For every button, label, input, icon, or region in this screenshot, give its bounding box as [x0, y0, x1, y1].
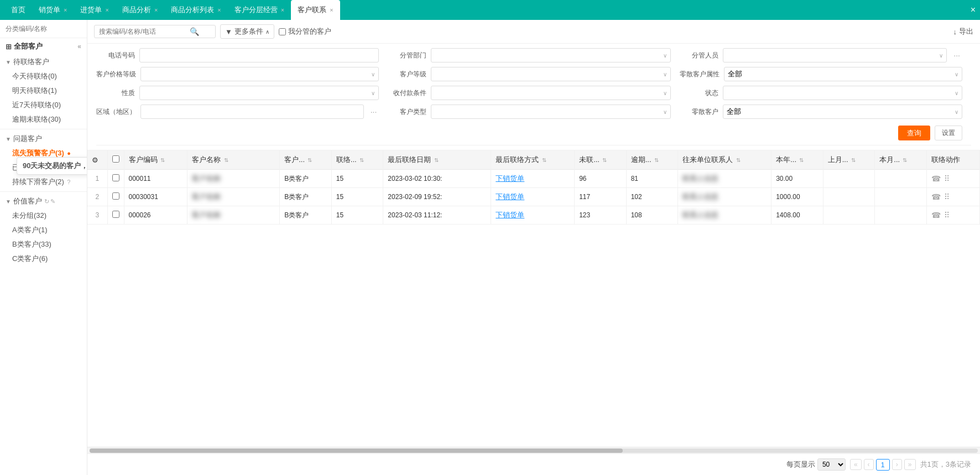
customer-type-select[interactable]: ∨	[431, 105, 670, 119]
tab-customer-layer[interactable]: 客户分层经营 ×	[228, 0, 291, 20]
row-name-0: 客户名称	[187, 170, 280, 188]
gear-icon[interactable]: ⚙	[92, 156, 98, 164]
last-page-btn[interactable]: »	[904, 459, 916, 470]
dept-select[interactable]: ∨	[431, 48, 670, 62]
grid-icon: ⊞	[6, 43, 12, 51]
table-wrapper: ⚙ 客户编码 ⇅ 客户名称 ⇅	[87, 150, 980, 447]
edit-icon[interactable]: ✎	[50, 198, 55, 205]
col-code[interactable]: 客户编码 ⇅	[124, 150, 187, 170]
sidebar-item-class-a[interactable]: A类客户(1)	[0, 223, 87, 237]
tab-close-sales[interactable]: ×	[64, 7, 67, 13]
row-checkbox-0[interactable]	[112, 174, 119, 181]
sidebar-item-overdue[interactable]: 逾期未联络(30)	[0, 112, 87, 127]
row-checkbox-1[interactable]	[112, 192, 119, 200]
col-this-year[interactable]: 本年... ⇅	[772, 150, 823, 170]
row-action-more-0[interactable]: ⠿	[944, 174, 950, 183]
tab-product-analysis[interactable]: 商品分析 ×	[116, 0, 164, 20]
price-level-select[interactable]: ∨	[140, 67, 379, 81]
nature-select[interactable]: ∨	[139, 86, 379, 100]
group-problem-customers[interactable]: ▼ 问题客户	[0, 132, 87, 146]
col-uncontacted[interactable]: 未联... ⇅	[575, 150, 627, 170]
row-method-link-0[interactable]: 下销货单	[496, 174, 524, 182]
sidebar-search-input[interactable]	[6, 25, 87, 33]
customer-level-select[interactable]: ∨	[431, 67, 670, 81]
tab-close-product-analysis[interactable]: ×	[154, 7, 158, 13]
nature-label: 性质	[96, 88, 135, 98]
tab-close-customer-layer[interactable]: ×	[281, 7, 284, 13]
row-action-more-1[interactable]: ⠿	[944, 192, 950, 201]
content-area: 🔍 ▼ 更多条件 ∧ 我分管的客户 ↓ 导出 电话号码	[87, 20, 980, 475]
phone-input[interactable]	[139, 48, 379, 62]
col-overdue[interactable]: 逾期... ⇅	[626, 150, 678, 170]
page-size-select[interactable]: 50 100	[817, 458, 846, 471]
my-customers-checkbox[interactable]: 我分管的客户	[279, 27, 331, 36]
row-action-phone-1[interactable]: ☎	[931, 192, 941, 201]
question-icon-2[interactable]: ?	[67, 179, 70, 185]
sidebar-item-tomorrow[interactable]: 明天待联络(1)	[0, 83, 87, 98]
tab-purchase-order[interactable]: 进货单 ×	[74, 0, 115, 20]
col-last-method[interactable]: 最后联络方式 ⇅	[491, 150, 575, 170]
col-contact-count[interactable]: 联络... ⇅	[331, 150, 383, 170]
sidebar-item-class-b[interactable]: B类客户(33)	[0, 237, 87, 252]
zero-attr-select[interactable]: 全部 ∨	[724, 67, 962, 81]
row-action-phone-0[interactable]: ☎	[931, 174, 941, 183]
tab-close-purchase[interactable]: ×	[105, 7, 108, 13]
scrollbar-thumb[interactable]	[90, 448, 623, 453]
sidebar-item-ungroup[interactable]: 未分组(32)	[0, 208, 87, 223]
col-last-month[interactable]: 上月... ⇅	[823, 150, 875, 170]
region-more-icon[interactable]: ···	[368, 107, 379, 116]
col-last-date[interactable]: 最后联络日期 ⇅	[383, 150, 491, 170]
row-action-phone-2[interactable]: ☎	[931, 211, 941, 220]
row-method-link-1[interactable]: 下销货单	[496, 192, 524, 201]
col-name[interactable]: 客户名称 ⇅	[187, 150, 280, 170]
filter-more-btn[interactable]: ▼ 更多条件 ∧	[220, 24, 274, 39]
row-check-1[interactable]	[107, 188, 124, 206]
tab-sales-order[interactable]: 销货单 ×	[32, 0, 74, 20]
setting-button[interactable]: 设置	[935, 126, 962, 140]
tab-close-customer-contact[interactable]: ×	[330, 7, 333, 13]
row-actions-2: ☎ ⠿	[926, 206, 979, 225]
col-contact-person[interactable]: 往来单位联系人 ⇅	[678, 150, 772, 170]
manager-select[interactable]: ∨	[723, 48, 947, 62]
export-btn[interactable]: ↓ 导出	[953, 27, 974, 36]
tab-close-product-list[interactable]: ×	[217, 7, 221, 13]
select-all-checkbox[interactable]	[112, 155, 119, 163]
first-page-btn[interactable]: «	[850, 459, 862, 470]
status-select[interactable]: ∨	[723, 86, 962, 100]
customer-type-arrow-icon: ∨	[663, 109, 667, 115]
col-this-month[interactable]: 本月... ⇅	[875, 150, 927, 170]
sidebar-item-today[interactable]: 今天待联络(0)	[0, 69, 87, 83]
row-action-more-2[interactable]: ⠿	[944, 211, 950, 220]
sidebar-item-7days[interactable]: 近7天待联络(0)	[0, 98, 87, 112]
tab-home[interactable]: 首页	[4, 0, 32, 20]
my-customers-check[interactable]	[279, 28, 286, 35]
horizontal-scrollbar[interactable]	[87, 447, 980, 453]
group-value-customers[interactable]: ▼ 价值客户 ↻ ✎	[0, 194, 87, 208]
tab-product-analysis-list[interactable]: 商品分析列表 ×	[164, 0, 227, 20]
search-button[interactable]: 🔍	[190, 27, 199, 36]
row-checkbox-2[interactable]	[112, 211, 119, 218]
col-type[interactable]: 客户... ⇅	[280, 150, 332, 170]
prev-page-btn[interactable]: ‹	[864, 459, 874, 470]
row-check-2[interactable]	[107, 206, 124, 225]
payment-select[interactable]: ∨	[431, 86, 670, 100]
sidebar-item-churn-warning[interactable]: 流失预警客户(3) ● 90天未交易的客户，可能有流失风险。	[0, 146, 87, 160]
sidebar-all-customers[interactable]: ⊞ 全部客户 «	[0, 38, 87, 55]
col-action: 联络动作	[926, 150, 979, 170]
query-button[interactable]: 查询	[898, 126, 930, 140]
row-method-link-2[interactable]: 下销货单	[496, 211, 524, 219]
zero-customer-select[interactable]: 全部 ∨	[723, 105, 962, 119]
sidebar-item-class-c[interactable]: C类客户(6)	[0, 252, 87, 266]
manager-more-icon[interactable]: ···	[951, 51, 962, 60]
row-check-0[interactable]	[107, 170, 124, 188]
sidebar-item-declining[interactable]: 持续下滑客户(2) ?	[0, 175, 87, 189]
row-uncontacted-1: 117	[575, 188, 627, 206]
region-select[interactable]	[140, 105, 364, 119]
next-page-btn[interactable]: ›	[892, 459, 902, 470]
tab-customer-contact[interactable]: 客户联系 ×	[291, 0, 340, 20]
group-pending-contact[interactable]: ▼ 待联络客户	[0, 55, 87, 69]
close-all-btn[interactable]: ×	[971, 5, 976, 15]
customer-level-label: 客户等级	[388, 70, 426, 79]
refresh-icon[interactable]: ↻	[44, 198, 49, 205]
search-input[interactable]	[99, 28, 187, 35]
